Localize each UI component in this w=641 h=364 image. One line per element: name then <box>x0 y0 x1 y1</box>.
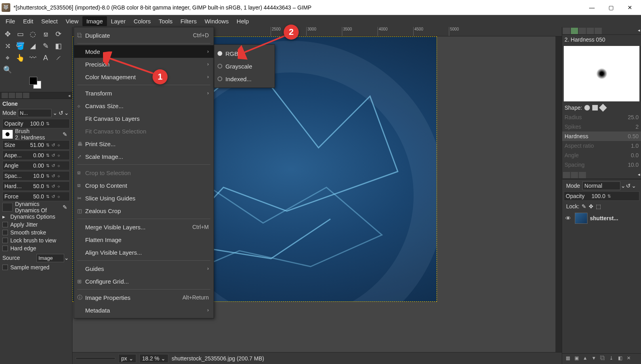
layer-row[interactable]: 👁 shutterst... <box>564 211 639 225</box>
menu-windows[interactable]: Windows <box>200 16 233 26</box>
tool-gradient[interactable]: ◢ <box>27 40 39 51</box>
shape-square[interactable] <box>592 105 598 111</box>
mi-print-size[interactable]: 🖶Print Size... <box>74 137 214 150</box>
tool-pencil[interactable]: ✎ <box>40 40 52 51</box>
mi-fit-layers[interactable]: Fit Canvas to Layers <box>74 112 214 125</box>
mi-flatten[interactable]: Flatten Image <box>74 233 214 246</box>
layer-mode-select[interactable]: Normal <box>582 181 620 190</box>
tool-path[interactable]: 〰 <box>27 52 39 63</box>
brush-edit-icon[interactable]: ✎ <box>63 131 70 137</box>
shape-diamond[interactable] <box>599 104 607 112</box>
radius-row[interactable]: Radius25.0 <box>562 112 641 122</box>
tool-picker[interactable]: ⟋ <box>52 52 64 63</box>
menu-image[interactable]: Image <box>82 16 107 26</box>
menu-tools[interactable]: Tools <box>155 16 177 26</box>
mode-select[interactable]: N... <box>18 109 52 117</box>
spikes-row[interactable]: Spikes2 <box>562 122 641 131</box>
size-reset[interactable]: ↺ <box>50 143 56 148</box>
layer-thumbnail[interactable] <box>575 213 588 224</box>
lock-position-icon[interactable]: ✥ <box>589 203 593 210</box>
mi-zealous[interactable]: ◫Zealous Crop <box>74 204 214 217</box>
mi-canvas-size[interactable]: ⟐Canvas Size... <box>74 99 214 112</box>
opacity-stepper[interactable]: ⇅ <box>45 121 50 126</box>
size-slider[interactable]: Size51.00⇅↺⟐ <box>2 140 70 150</box>
sample-merged-checkbox[interactable]: Sample merged <box>2 264 70 271</box>
tool-clone[interactable]: ⌖ <box>2 52 13 63</box>
source-dropdown-arrow[interactable]: ⌄ <box>64 255 70 261</box>
tab-paths[interactable] <box>579 172 586 178</box>
layer-mode-more[interactable]: ⌄ <box>631 183 637 189</box>
scrollbar-vertical[interactable] <box>555 36 562 364</box>
mi-props[interactable]: ⓘImage PropertiesAlt+Return <box>74 291 214 304</box>
mi-slice[interactable]: ✂Slice Using Guides <box>74 192 214 204</box>
mode-dropdown-arrow[interactable]: ⌄ <box>52 110 59 116</box>
layer-dup-btn[interactable]: ⿻ <box>599 355 607 362</box>
size-link[interactable]: ⟐ <box>56 143 61 147</box>
mi-transform[interactable]: Transform› <box>74 87 214 99</box>
tool-crop[interactable]: ⟏ <box>40 29 52 40</box>
layer-down-btn[interactable]: ▼ <box>590 355 598 362</box>
maximize-button[interactable]: ▢ <box>601 0 620 15</box>
menu-view[interactable]: View <box>62 16 82 26</box>
mode-reset[interactable]: ↺ <box>59 110 64 116</box>
tab-patterns[interactable] <box>571 28 578 34</box>
mi-indexed[interactable]: Indexed... <box>214 72 275 85</box>
tool-bucket[interactable]: 🪣 <box>14 40 26 51</box>
aspect-slider[interactable]: Aspe...0.00⇅↺⟐ <box>2 151 70 160</box>
mi-scale[interactable]: ⤢Scale Image... <box>74 150 214 163</box>
color-swatch[interactable] <box>29 77 41 89</box>
dynamics-icon[interactable] <box>2 203 13 212</box>
tab-brushes[interactable] <box>563 28 570 34</box>
tool-warp[interactable]: ⤭ <box>2 40 13 51</box>
dynamics-options-expand[interactable]: ▸Dynamics Options <box>2 213 70 220</box>
layer-up-btn[interactable]: ▲ <box>581 355 589 362</box>
force-slider[interactable]: Force50.0⇅↺⟐ <box>2 192 70 201</box>
mi-duplicate[interactable]: ⿻DuplicateCtrl+D <box>74 29 214 42</box>
layer-merge-btn[interactable]: ⤓ <box>607 355 615 362</box>
tab-undo[interactable] <box>23 93 29 98</box>
zoom-select[interactable]: 18.2 % ⌄ <box>139 354 168 363</box>
lock-alpha-icon[interactable]: ⬚ <box>596 203 601 210</box>
source-select[interactable]: Image <box>36 254 64 262</box>
tool-rect-select[interactable]: ▭ <box>14 29 26 40</box>
layer-opacity-slider[interactable]: Opacity100.0⇅ <box>564 191 639 201</box>
mi-guides[interactable]: Guides› <box>74 262 214 275</box>
lock-pixels-icon[interactable]: ✎ <box>582 203 586 210</box>
smooth-checkbox[interactable]: Smooth stroke <box>2 229 70 236</box>
brush-preview-small[interactable] <box>2 130 13 139</box>
minimize-button[interactable]: — <box>582 0 601 15</box>
panel-expand-left[interactable]: ◂ <box>68 93 71 98</box>
mid-panel-expand[interactable]: ◂ <box>638 172 640 178</box>
mi-config-grid[interactable]: ⊞Configure Grid... <box>74 275 214 288</box>
close-button[interactable]: ✕ <box>620 0 639 15</box>
lock-checkbox[interactable]: Lock brush to view <box>2 237 70 244</box>
rp-angle-row[interactable]: Angle0.0 <box>562 151 641 160</box>
dynamics-edit-icon[interactable]: ✎ <box>63 204 70 210</box>
menu-file[interactable]: File <box>2 16 19 26</box>
tab-tool-options[interactable] <box>2 93 8 98</box>
tab-layers[interactable] <box>563 172 570 178</box>
layer-delete-btn[interactable]: ✕ <box>625 355 633 362</box>
mi-merge[interactable]: Merge Visible Layers...Ctrl+M <box>74 221 214 233</box>
rp-spacing-row[interactable]: Spacing10.0 <box>562 160 641 170</box>
tab-history[interactable] <box>587 28 594 34</box>
tab-paint[interactable] <box>595 28 602 34</box>
right-panel-expand[interactable]: ◂ <box>638 28 640 34</box>
layer-mode-arrow[interactable]: ⌄ <box>620 183 626 189</box>
tab-device[interactable] <box>9 93 15 98</box>
mi-crop-content[interactable]: ⟏Crop to Content <box>74 179 214 192</box>
foreground-color[interactable] <box>29 77 37 85</box>
tool-free-select[interactable]: ◌ <box>27 29 39 40</box>
ar-row[interactable]: Aspect ratio1.0 <box>562 141 641 151</box>
menu-edit[interactable]: Edit <box>19 16 37 26</box>
tool-rotate[interactable]: ⟳ <box>52 29 64 40</box>
jitter-checkbox[interactable]: Apply Jitter <box>2 221 70 228</box>
menu-filters[interactable]: Filters <box>177 16 201 26</box>
menu-help[interactable]: Help <box>233 16 253 26</box>
brush-preview[interactable] <box>564 46 639 101</box>
tool-zoom[interactable]: 🔍 <box>2 64 13 75</box>
menu-colors[interactable]: Colors <box>130 16 155 26</box>
unit-select[interactable]: px ⌄ <box>118 354 136 363</box>
mode-more-arrow[interactable]: ⌄ <box>64 110 70 116</box>
tool-eraser[interactable]: ◧ <box>52 40 64 51</box>
